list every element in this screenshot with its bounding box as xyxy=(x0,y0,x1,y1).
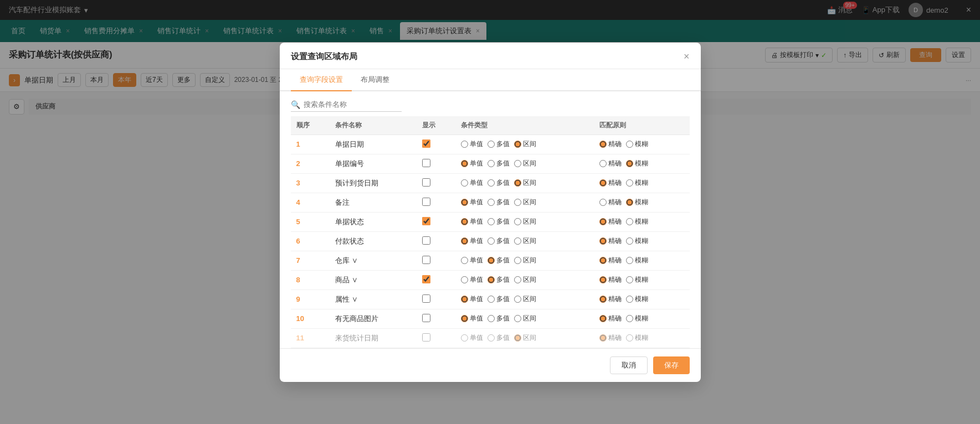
row-type[interactable]: 单值多值区间 xyxy=(455,328,594,348)
type-radio-区间[interactable] xyxy=(514,276,521,283)
row-match[interactable]: 精确模糊 xyxy=(594,270,690,289)
type-radio-多值[interactable] xyxy=(488,296,495,303)
type-radio-区间[interactable] xyxy=(514,141,521,148)
modal-tab-layout[interactable]: 布局调整 xyxy=(352,69,398,91)
type-radio-多值[interactable] xyxy=(488,160,495,167)
match-radio-精确[interactable] xyxy=(599,257,607,264)
modal-close-btn[interactable]: × xyxy=(684,51,690,61)
type-radio-多值[interactable] xyxy=(488,257,495,264)
row-match[interactable]: 精确模糊 xyxy=(594,309,690,328)
row-type[interactable]: 单值多值区间 xyxy=(455,309,594,328)
type-radio-多值[interactable] xyxy=(488,276,495,283)
match-radio-精确[interactable] xyxy=(599,179,607,187)
row-display[interactable] xyxy=(417,328,455,348)
row-match[interactable]: 精确模糊 xyxy=(594,231,690,251)
row-type[interactable]: 单值多值区间 xyxy=(455,173,594,193)
type-radio-单值[interactable] xyxy=(461,296,468,303)
match-radio-精确[interactable] xyxy=(599,160,607,167)
row-type[interactable]: 单值多值区间 xyxy=(455,270,594,289)
match-radio-精确[interactable] xyxy=(599,237,607,245)
type-radio-单值[interactable] xyxy=(461,141,468,148)
type-radio-多值[interactable] xyxy=(488,179,495,187)
match-radio-精确[interactable] xyxy=(599,276,607,283)
display-checkbox[interactable] xyxy=(422,217,430,225)
row-display[interactable] xyxy=(417,231,455,251)
match-radio-模糊[interactable] xyxy=(626,296,633,303)
match-radio-精确[interactable] xyxy=(599,199,607,206)
row-display[interactable] xyxy=(417,135,455,154)
row-match[interactable]: 精确模糊 xyxy=(594,193,690,212)
display-checkbox[interactable] xyxy=(422,275,430,283)
type-radio-多值[interactable] xyxy=(488,218,495,225)
match-radio-模糊[interactable] xyxy=(626,237,633,245)
type-radio-区间[interactable] xyxy=(514,160,521,167)
match-radio-精确[interactable] xyxy=(599,334,607,342)
match-radio-模糊[interactable] xyxy=(626,257,633,264)
row-match[interactable]: 精确模糊 xyxy=(594,328,690,348)
type-radio-多值[interactable] xyxy=(488,199,495,206)
match-radio-模糊[interactable] xyxy=(626,199,633,206)
display-checkbox[interactable] xyxy=(422,333,430,342)
type-radio-单值[interactable] xyxy=(461,257,468,264)
row-display[interactable] xyxy=(417,270,455,289)
type-radio-单值[interactable] xyxy=(461,160,468,167)
type-radio-单值[interactable] xyxy=(461,276,468,283)
row-type[interactable]: 单值多值区间 xyxy=(455,193,594,212)
match-radio-模糊[interactable] xyxy=(626,141,633,148)
cancel-button[interactable]: 取消 xyxy=(610,356,648,374)
type-radio-多值[interactable] xyxy=(488,334,495,342)
row-display[interactable] xyxy=(417,251,455,270)
row-match[interactable]: 精确模糊 xyxy=(594,212,690,231)
type-radio-多值[interactable] xyxy=(488,141,495,148)
modal-tab-query-fields[interactable]: 查询字段设置 xyxy=(291,69,352,91)
display-checkbox[interactable] xyxy=(422,236,430,245)
save-button[interactable]: 保存 xyxy=(653,356,690,374)
row-match[interactable]: 精确模糊 xyxy=(594,289,690,309)
type-radio-单值[interactable] xyxy=(461,315,468,322)
type-radio-单值[interactable] xyxy=(461,237,468,245)
match-radio-模糊[interactable] xyxy=(626,334,633,342)
type-radio-区间[interactable] xyxy=(514,218,521,225)
row-type[interactable]: 单值多值区间 xyxy=(455,212,594,231)
match-radio-精确[interactable] xyxy=(599,218,607,225)
display-checkbox[interactable] xyxy=(422,178,430,187)
match-radio-精确[interactable] xyxy=(599,296,607,303)
row-match[interactable]: 精确模糊 xyxy=(594,154,690,173)
row-display[interactable] xyxy=(417,289,455,309)
row-type[interactable]: 单值多值区间 xyxy=(455,135,594,154)
row-type[interactable]: 单值多值区间 xyxy=(455,251,594,270)
type-radio-区间[interactable] xyxy=(514,199,521,206)
row-type[interactable]: 单值多值区间 xyxy=(455,289,594,309)
type-radio-单值[interactable] xyxy=(461,334,468,342)
match-radio-精确[interactable] xyxy=(599,315,607,322)
display-checkbox[interactable] xyxy=(422,198,430,206)
match-radio-精确[interactable] xyxy=(599,141,607,148)
row-display[interactable] xyxy=(417,173,455,193)
match-radio-模糊[interactable] xyxy=(626,315,633,322)
row-type[interactable]: 单值多值区间 xyxy=(455,154,594,173)
match-radio-模糊[interactable] xyxy=(626,218,633,225)
display-checkbox[interactable] xyxy=(422,314,430,322)
match-radio-模糊[interactable] xyxy=(626,179,633,187)
display-checkbox[interactable] xyxy=(422,294,430,303)
row-match[interactable]: 精确模糊 xyxy=(594,173,690,193)
row-type[interactable]: 单值多值区间 xyxy=(455,231,594,251)
display-checkbox[interactable] xyxy=(422,256,430,264)
display-checkbox[interactable] xyxy=(422,139,430,148)
type-radio-区间[interactable] xyxy=(514,179,521,187)
row-display[interactable] xyxy=(417,193,455,212)
row-match[interactable]: 精确模糊 xyxy=(594,135,690,154)
type-radio-区间[interactable] xyxy=(514,334,521,342)
row-display[interactable] xyxy=(417,154,455,173)
type-radio-多值[interactable] xyxy=(488,237,495,245)
row-display[interactable] xyxy=(417,212,455,231)
type-radio-区间[interactable] xyxy=(514,296,521,303)
match-radio-模糊[interactable] xyxy=(626,160,633,167)
search-input[interactable] xyxy=(304,100,392,108)
type-radio-单值[interactable] xyxy=(461,179,468,187)
match-radio-模糊[interactable] xyxy=(626,276,633,283)
type-radio-单值[interactable] xyxy=(461,199,468,206)
type-radio-区间[interactable] xyxy=(514,315,521,322)
row-match[interactable]: 精确模糊 xyxy=(594,251,690,270)
row-display[interactable] xyxy=(417,309,455,328)
